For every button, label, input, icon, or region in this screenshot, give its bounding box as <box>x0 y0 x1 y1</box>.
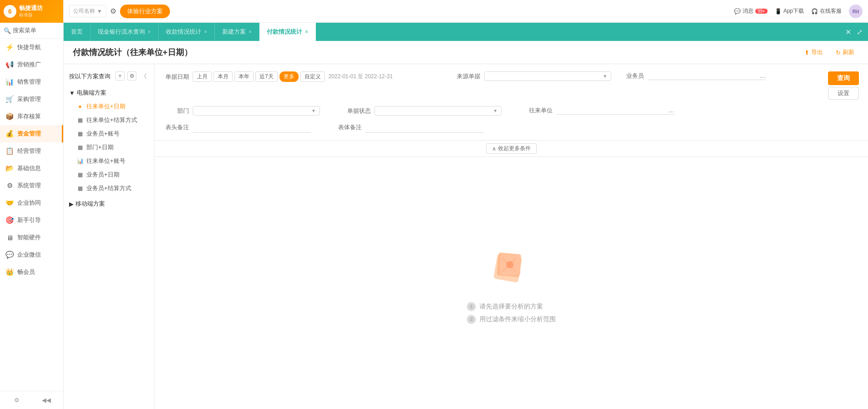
sidebar-item-enterprise[interactable]: 🤝 企业协同 <box>0 194 63 212</box>
message-badge: 99+ <box>755 9 768 14</box>
scheme-item-staff-account[interactable]: ▦ 业务员+账号 <box>64 127 154 141</box>
collapse-sidebar-btn[interactable]: ◀◀ <box>34 395 60 405</box>
sales-icon: 📊 <box>5 78 14 86</box>
export-btn[interactable]: ⬆ 导出 <box>800 46 828 58</box>
scheme-icon: ▦ <box>76 171 84 178</box>
scheme-group-desktop-header[interactable]: ▼ 电脑端方案 <box>64 86 154 100</box>
collapse-icon: ∧ <box>492 146 496 152</box>
left-panel: 按以下方案查询 + ⚙ 《 ▼ 电脑端方案 <box>64 64 155 409</box>
tab-home[interactable]: 首页 <box>64 23 90 41</box>
sidebar-item-capital[interactable]: 💰 资金管理 <box>0 125 63 142</box>
settings-btn[interactable]: 设置 <box>828 87 859 100</box>
tab-receivable[interactable]: 收款情况统计 × <box>159 23 215 41</box>
app-download-action[interactable]: 📱 App下载 <box>775 7 804 15</box>
last-7-btn[interactable]: 近7天 <box>255 71 278 82</box>
filter-row-3: 表头备注 表体备注 <box>164 122 859 133</box>
scheme-group-desktop: ▼ 电脑端方案 ● 往来单位+日期 ▦ 往来单位+结算方式 ▦ <box>64 86 154 195</box>
scheme-group-expand-icon: ▶ <box>69 201 74 207</box>
scheme-settings-btn[interactable]: ⚙ <box>127 71 136 81</box>
doc-status-select[interactable]: ▼ <box>374 106 502 116</box>
message-action[interactable]: 💬 消息 99+ <box>734 7 768 15</box>
sidebar-item-label: 新手引导 <box>17 216 41 224</box>
settings-footer-btn[interactable]: ⚙ <box>4 395 30 405</box>
more-btn[interactable]: 更多 <box>279 71 299 82</box>
scheme-icon: ▦ <box>76 130 84 137</box>
try-industry-btn[interactable]: 体验行业方案 <box>120 5 170 18</box>
sidebar-item-operation[interactable]: 📋 经营管理 <box>0 142 63 160</box>
sidebar-item-wechat[interactable]: 💬 企业微信 <box>0 246 63 263</box>
date-filter-label: 单据日期 <box>164 73 189 81</box>
refresh-btn[interactable]: ↻ 刷新 <box>831 46 859 58</box>
tab-new-scheme-close[interactable]: × <box>249 29 252 35</box>
sidebar-item-hardware[interactable]: 🖥 智能硬件 <box>0 229 63 246</box>
sidebar-item-label: 销售管理 <box>17 78 41 86</box>
sidebar-item-basic[interactable]: 📂 基础信息 <box>0 160 63 177</box>
tab-payment-stats-close[interactable]: × <box>305 29 308 35</box>
page-header: 付款情况统计（往来单位+日期） ⬆ 导出 ↻ 刷新 <box>64 41 868 64</box>
scheme-item-dept-date[interactable]: ▦ 部门+日期 <box>64 141 154 154</box>
tab-receivable-close[interactable]: × <box>204 29 207 35</box>
purchase-icon: 🛒 <box>5 95 14 103</box>
sidebar-footer: ⚙ ◀◀ <box>0 391 63 409</box>
tab-bank-flow[interactable]: 现金银行流水查询 × <box>90 23 159 41</box>
scheme-group-mobile-header[interactable]: ▶ 移动端方案 <box>64 197 154 211</box>
scheme-icon: ▦ <box>76 185 84 192</box>
source-label: 来源单据 <box>455 72 480 81</box>
tab-payment-stats[interactable]: 付款情况统计 × <box>259 23 316 41</box>
query-btn[interactable]: 查询 <box>828 71 859 85</box>
enterprise-icon: 🤝 <box>5 199 14 207</box>
scheme-item-unit-payment[interactable]: ▦ 往来单位+结算方式 <box>64 113 154 127</box>
body-note-input[interactable] <box>365 122 484 133</box>
panel-header-actions: + ⚙ 《 <box>115 71 149 81</box>
sidebar-item-inventory[interactable]: 📦 库存核算 <box>0 108 63 125</box>
sidebar-item-quick-nav[interactable]: ⚡ 快捷导航 <box>0 39 63 56</box>
staff-dots[interactable]: ... <box>760 71 766 80</box>
doc-status-filter-item: 单据状态 ▼ <box>345 106 502 116</box>
panel-collapse-btn[interactable]: 《 <box>139 71 149 81</box>
collapse-bar: ∧ 收起更多条件 <box>155 141 868 157</box>
source-dropdown-icon: ▼ <box>603 74 607 79</box>
avatar[interactable]: Rit <box>849 5 863 18</box>
sidebar-item-member[interactable]: 👑 畅会员 <box>0 263 63 281</box>
sidebar-item-label: 经营管理 <box>17 147 41 155</box>
scheme-item-staff-date[interactable]: ▦ 业务员+日期 <box>64 168 154 182</box>
brand-edition: 标准版 <box>19 12 43 18</box>
tab-new-scheme[interactable]: 新建方案 × <box>215 23 259 41</box>
last-month-btn[interactable]: 上月 <box>193 71 212 82</box>
company-selector[interactable]: 公司名称 ▼ <box>69 5 106 17</box>
sidebar-item-purchase[interactable]: 🛒 采购管理 <box>0 91 63 108</box>
tab-bank-flow-close[interactable]: × <box>148 29 151 35</box>
main-content: 公司名称 ▼ ⚙ 体验行业方案 💬 消息 99+ 📱 App下载 🎧 <box>64 0 868 409</box>
online-service-icon: 🎧 <box>811 8 818 15</box>
operation-icon: 📋 <box>5 147 14 155</box>
top-settings-icon[interactable]: ⚙ <box>110 7 116 15</box>
sidebar-item-system[interactable]: ⚙ 系统管理 <box>0 177 63 194</box>
scheme-item-unit-account[interactable]: 📊 往来单位+账号 <box>64 154 154 168</box>
sidebar-item-sales[interactable]: 📊 销售管理 <box>0 73 63 91</box>
search-menu[interactable]: 🔍 搜索菜单 <box>0 23 63 39</box>
sidebar-item-guide[interactable]: 🎯 新手引导 <box>0 212 63 229</box>
tabs-bar: 首页 现金银行流水查询 × 收款情况统计 × 新建方案 × 付款情况统计 × ✕… <box>64 23 868 41</box>
dept-select[interactable]: ▼ <box>193 106 320 116</box>
collapse-conditions-btn[interactable]: ∧ 收起更多条件 <box>486 143 537 154</box>
partner-input[interactable] <box>556 108 668 112</box>
scheme-item-staff-payment[interactable]: ▦ 业务员+结算方式 <box>64 182 154 195</box>
close-all-tabs-btn[interactable]: ✕ <box>843 26 853 38</box>
staff-input[interactable] <box>648 74 760 77</box>
this-month-btn[interactable]: 本月 <box>214 71 233 82</box>
add-scheme-btn[interactable]: + <box>115 71 125 81</box>
online-service-action[interactable]: 🎧 在线客服 <box>811 7 842 15</box>
maximize-btn[interactable]: ⤢ <box>855 26 864 38</box>
scheme-group-label: 移动端方案 <box>75 200 105 208</box>
export-icon: ⬆ <box>804 49 809 56</box>
sidebar-item-label: 快捷导航 <box>17 43 41 51</box>
this-year-btn[interactable]: 本年 <box>234 71 254 82</box>
header-note-input[interactable] <box>193 122 311 133</box>
filter-row-1: 单据日期 上月 本月 本年 近7天 更多 自定义 2022-01-01 至 20… <box>164 71 859 100</box>
quick-nav-icon: ⚡ <box>5 43 14 51</box>
sidebar-item-marketing[interactable]: 📢 营销推广 <box>0 56 63 73</box>
scheme-item-unit-date[interactable]: ● 往来单位+日期 <box>64 100 154 113</box>
custom-btn[interactable]: 自定义 <box>300 71 325 82</box>
partner-dots[interactable]: ... <box>668 106 674 114</box>
source-select[interactable]: ▼ <box>484 71 611 81</box>
